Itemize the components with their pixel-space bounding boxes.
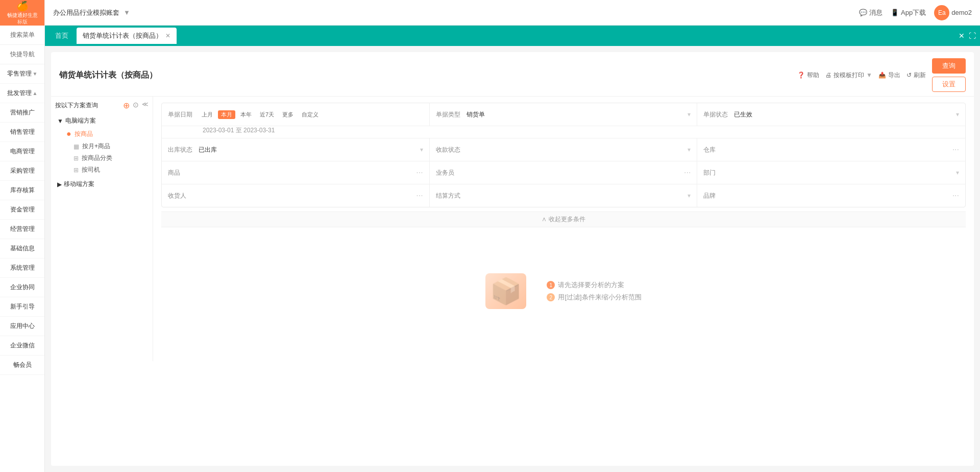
outstatus-dropdown-icon[interactable]: ▾ [420,146,423,153]
setting-button[interactable]: 设置 [932,77,966,92]
app-subtitle: 标版 [7,18,38,25]
refresh-btn[interactable]: ↺ 刷新 [906,71,926,80]
sidebar-item-purchase[interactable]: 采购管理 [0,161,44,181]
filter-cell-receiver: 收货人 ··· [162,184,430,207]
sidebar-item-newbie[interactable]: 新手引导 [0,297,44,317]
empty-tips: 1 请先选择要分析的方案 2 用[过滤]条件来缩小分析范围 [547,280,641,302]
workspace-dropdown-icon[interactable]: ▼ [124,9,130,16]
collection-dropdown-icon[interactable]: ▾ [688,146,691,153]
content-body: 按以下方案查询 ⊕ ⊙ ≪ ▼ 电脑端方案 [51,97,974,361]
sidebar-item-member[interactable]: 畅会员 [0,356,44,375]
sidebar-quick-nav[interactable]: 快捷导航 [0,45,44,64]
scheme-items-desktop: ● 按商品 ▦ 按月+商品 ⊞ 按商品分类 [55,127,149,176]
doctype-dropdown-icon[interactable]: ▾ [688,111,691,118]
minimize-icon[interactable]: ✕ [959,32,965,40]
help-btn[interactable]: ❓ 帮助 [797,71,819,80]
add-scheme-icon[interactable]: ⊕ [123,101,130,110]
sidebar-item-enterprise[interactable]: 企业协同 [0,278,44,297]
print-icon: 🖨 [825,72,831,79]
filter-cell-doctype: 单据类型 销货单 ▾ [430,103,698,126]
maximize-icon[interactable]: ⛶ [969,32,976,40]
empty-tip-1: 1 请先选择要分析的方案 [547,280,641,290]
sidebar-item-wholesale[interactable]: 批发管理 ▲ [0,84,44,103]
export-btn[interactable]: 📤 导出 [878,71,900,80]
tab-sales-stat[interactable]: 销货单统计计表（按商品） ✕ [77,28,177,44]
dept-dropdown-icon[interactable]: ▾ [956,169,959,176]
tab-close-icon[interactable]: ✕ [165,32,170,39]
active-dot-icon: ● [66,129,71,138]
filter-cell-payment: 结算方式 ▾ [430,184,698,207]
left-panel: 按以下方案查询 ⊕ ⊙ ≪ ▼ 电脑端方案 [51,97,153,361]
brand-dots-icon[interactable]: ··· [952,191,959,200]
scheme-panel-header: 按以下方案查询 ⊕ ⊙ ≪ [55,101,149,110]
main-area: 办公用品行业模拟账套 ▼ 💬 消息 📱 App下载 Ea demo2 首页 销货… [45,0,980,472]
filter-cell-salesperson: 业务员 ··· [430,161,698,184]
user-btn[interactable]: Ea demo2 [934,5,972,20]
print-dropdown-icon[interactable]: ▼ [866,72,872,79]
collapse-bar[interactable]: ∧ 收起更多条件 [161,211,966,227]
sidebar-item-inventory[interactable]: 库存核算 [0,181,44,200]
docstatus-dropdown-icon[interactable]: ▾ [956,111,959,118]
filter-cell-dept: 部门 ▾ [697,161,965,184]
chip-last-month[interactable]: 上月 [199,110,216,120]
export-icon: 📤 [878,72,886,79]
sidebar-item-system[interactable]: 系统管理 [0,258,44,278]
print-btn[interactable]: 🖨 按模板打印 ▼ [825,71,872,80]
product-dots-icon[interactable]: ··· [416,168,423,177]
sidebar-item-wechat[interactable]: 企业微信 [0,336,44,356]
sub-icon-grid: ⊞ [74,155,79,162]
tab-window-actions: ✕ ⛶ [959,32,976,40]
empty-state: 1 请先选择要分析的方案 2 用[过滤]条件来缩小分析范围 [161,227,966,355]
sub-icon-calendar: ▦ [74,143,79,150]
help-icon: ❓ [797,72,805,79]
query-actions: 查询 设置 [932,58,966,92]
empty-tip-2: 2 用[过滤]条件来缩小分析范围 [547,293,641,302]
download-icon: 📱 [891,9,899,16]
sidebar-item-retail[interactable]: 零售管理 ▼ [0,64,44,84]
top-header: 办公用品行业模拟账套 ▼ 💬 消息 📱 App下载 Ea demo2 [45,0,980,26]
sidebar-item-appcenter[interactable]: 应用中心 [0,317,44,336]
sidebar: 🍊 畅捷通好生意 标版 搜索菜单 快捷导航 零售管理 ▼ 批发管理 ▲ 营销推广… [0,0,45,472]
right-panel: 单据日期 上月 本月 本年 近7天 更多 自定义 [153,97,974,361]
receiver-dots-icon[interactable]: ··· [416,191,423,200]
scheme-group-mobile-header[interactable]: ▶ 移动端方案 [55,178,149,191]
sidebar-item-operations[interactable]: 经营管理 [0,220,44,239]
scheme-item-by-category[interactable]: ⊞ 按商品分类 [63,152,149,164]
edit-scheme-icon[interactable]: ⊙ [133,101,139,110]
sidebar-item-sales[interactable]: 销售管理 [0,123,44,142]
chip-this-month[interactable]: 本月 [218,110,235,119]
salesperson-dots-icon[interactable]: ··· [684,168,691,177]
collapse-scheme-icon[interactable]: ≪ [142,101,149,110]
query-button[interactable]: 查询 [932,58,966,74]
page-actions: ❓ 帮助 🖨 按模板打印 ▼ 📤 导出 ↺ 刷新 [797,58,966,92]
tab-bar: 首页 销货单统计计表（按商品） ✕ ✕ ⛶ [45,26,980,46]
payment-dropdown-icon[interactable]: ▾ [688,192,691,199]
sidebar-item-marketing[interactable]: 营销推广 [0,103,44,123]
sidebar-search-menu[interactable]: 搜索菜单 [0,26,44,45]
message-btn[interactable]: 💬 消息 [859,8,883,17]
filter-cell-collection: 收款状态 ▾ [430,138,698,161]
tab-home[interactable]: 首页 [49,28,75,44]
sidebar-item-basics[interactable]: 基础信息 [0,239,44,258]
page-header: 销货单统计计表（按商品） ❓ 帮助 🖨 按模板打印 ▼ 📤 导出 [51,52,974,97]
chip-7-days[interactable]: 近7天 [257,110,277,120]
scheme-item-by-driver[interactable]: ⊞ 按司机 [63,164,149,176]
filter-row-4: 收货人 ··· 结算方式 ▾ [162,184,965,207]
warehouse-dots-icon[interactable]: ··· [952,145,959,154]
sidebar-item-ecom[interactable]: 电商管理 [0,142,44,161]
app-download-btn[interactable]: 📱 App下载 [891,8,926,17]
scheme-item-by-month-product[interactable]: ▦ 按月+商品 [63,140,149,152]
sidebar-item-finance[interactable]: 资金管理 [0,200,44,220]
chip-this-year[interactable]: 本年 [237,110,255,120]
scheme-mobile-arrow: ▶ [57,181,62,188]
page-content: 销货单统计计表（按商品） ❓ 帮助 🖨 按模板打印 ▼ 📤 导出 [45,46,980,472]
date-chips: 上月 本月 本年 近7天 更多 自定义 [199,110,322,120]
scheme-group-arrow: ▼ [57,117,63,125]
message-icon: 💬 [859,9,867,16]
refresh-icon: ↺ [906,72,912,79]
avatar: Ea [934,5,949,20]
chip-more[interactable]: 更多 [279,110,297,120]
scheme-item-by-product[interactable]: ● 按商品 [63,127,149,140]
chip-custom[interactable]: 自定义 [299,110,322,120]
scheme-group-desktop-header[interactable]: ▼ 电脑端方案 [55,114,149,127]
